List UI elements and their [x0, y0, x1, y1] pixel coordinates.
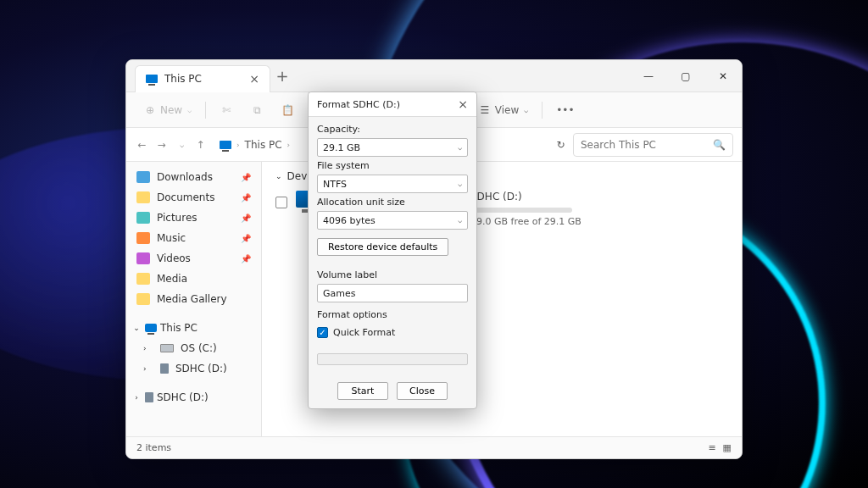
tab-close-button[interactable]: ×	[249, 72, 259, 86]
back-button[interactable]: ←	[135, 133, 149, 157]
quick-format-row[interactable]: ✓ Quick Format	[317, 327, 468, 338]
volume-label-input[interactable]: Games	[317, 284, 468, 302]
status-bar: 2 items ≡ ▦	[126, 436, 742, 458]
sidebar-item-videos[interactable]: Videos📌	[130, 248, 258, 269]
sidebar-item-os-c[interactable]: › OS (C:)	[130, 338, 258, 358]
refresh-button[interactable]: ↻	[554, 139, 568, 151]
sidebar-item-pictures[interactable]: Pictures📌	[130, 208, 258, 228]
paste-button[interactable]: 📋	[274, 100, 301, 120]
sidebar-item-downloads[interactable]: Downloads📌	[130, 167, 258, 187]
dialog-close-button[interactable]: ×	[458, 97, 468, 111]
pin-icon: 📌	[241, 254, 251, 263]
storage-bar	[470, 208, 572, 213]
icons-view-button[interactable]: ▦	[723, 442, 732, 453]
volume-label-label: Volume label	[317, 269, 468, 280]
pin-icon: 📌	[241, 214, 251, 223]
forward-button[interactable]: →	[154, 133, 169, 157]
window-close-button[interactable]: ✕	[704, 60, 742, 92]
sidebar-item-label: OS (C:)	[181, 342, 217, 354]
new-label: New	[160, 104, 182, 116]
sidebar-item-label: Media	[157, 273, 187, 285]
allocation-select[interactable]: 4096 bytes ⌵	[317, 211, 468, 230]
volume-label-value: Games	[323, 288, 355, 299]
paste-icon: 📋	[281, 103, 294, 117]
checkbox[interactable]	[275, 197, 287, 208]
cut-icon: ✄	[220, 103, 233, 117]
device-free-space: 29.0 GB free of 29.1 GB	[470, 216, 598, 227]
sidebar-item-media-gallery[interactable]: Media Gallery	[130, 289, 258, 309]
sidebar-item-label: This PC	[160, 322, 198, 334]
tab-title: This PC	[164, 73, 202, 85]
restore-defaults-button[interactable]: Restore device defaults	[317, 238, 448, 256]
close-button[interactable]: Close	[397, 382, 448, 400]
new-button[interactable]: ⊕ New ⌵	[136, 100, 198, 120]
drive-icon	[160, 344, 174, 352]
sidebar-item-media[interactable]: Media	[130, 269, 258, 289]
device-sdhc-d[interactable]: SDHC (D:) 29.0 GB free of 29.1 GB	[470, 191, 598, 227]
pc-icon	[220, 141, 231, 149]
capacity-select[interactable]: 29.1 GB ⌵	[317, 138, 468, 157]
progress-bar	[317, 353, 468, 365]
filesystem-value: NTFS	[323, 179, 347, 190]
chevron-right-icon: ›	[131, 393, 142, 402]
sidebar-item-sdhc-d[interactable]: › SDHC (D:)	[130, 358, 258, 379]
sidebar-item-label: SDHC (D:)	[157, 391, 209, 403]
separator	[542, 102, 542, 119]
dialog-title: Format SDHC (D:)	[317, 99, 400, 110]
sidebar-item-sdhc-root[interactable]: › SDHC (D:)	[130, 387, 258, 408]
details-view-button[interactable]: ≡	[708, 442, 715, 453]
start-button[interactable]: Start	[337, 382, 388, 400]
music-icon	[136, 232, 150, 244]
view-label: View	[495, 104, 519, 116]
sidebar-item-this-pc[interactable]: ⌄ This PC	[130, 318, 258, 338]
maximize-button[interactable]: ▢	[667, 60, 704, 92]
sidebar-item-label: SDHC (D:)	[175, 363, 227, 374]
pc-icon	[145, 324, 157, 332]
more-button[interactable]: •••	[549, 101, 581, 119]
copy-icon: ⧉	[250, 103, 264, 117]
cut-button[interactable]: ✄	[213, 100, 240, 120]
sidebar-item-music[interactable]: Music📌	[130, 228, 258, 248]
sidebar-item-label: Downloads	[157, 171, 213, 183]
recent-button[interactable]: ⌵	[174, 133, 188, 157]
tab-this-pc[interactable]: This PC ×	[135, 65, 270, 92]
chevron-right-icon: ›	[143, 344, 153, 352]
minimize-button[interactable]: —	[630, 60, 667, 92]
titlebar: This PC × + — ▢ ✕	[126, 60, 742, 92]
plus-icon: ⊕	[143, 103, 157, 117]
chevron-down-icon: ⌵	[458, 180, 462, 188]
chevron-down-icon: ⌵	[524, 106, 528, 114]
pin-icon: 📌	[241, 234, 251, 243]
chevron-down-icon: ⌄	[275, 172, 282, 180]
sidebar: Downloads📌 Documents📌 Pictures📌 Music📌 V…	[126, 162, 262, 436]
pin-icon: 📌	[241, 193, 251, 202]
filesystem-label: File system	[317, 160, 468, 171]
sd-icon	[160, 363, 169, 374]
sidebar-item-documents[interactable]: Documents📌	[130, 187, 258, 208]
up-button[interactable]: ↑	[193, 133, 208, 157]
copy-button[interactable]: ⧉	[243, 100, 270, 120]
separator	[205, 102, 206, 119]
pc-icon	[146, 75, 158, 83]
search-box[interactable]: 🔍	[573, 133, 733, 157]
device-name: SDHC (D:)	[470, 191, 598, 202]
allocation-label: Allocation unit size	[317, 197, 468, 208]
view-button[interactable]: ☰ View ⌵	[471, 100, 535, 120]
pin-icon: 📌	[241, 173, 251, 182]
breadcrumb-this-pc[interactable]: This PC	[245, 139, 282, 151]
quick-format-checkbox[interactable]: ✓	[317, 327, 328, 338]
dialog-titlebar: Format SDHC (D:) ×	[309, 92, 476, 117]
chevron-down-icon: ⌵	[180, 141, 184, 149]
window-controls: — ▢ ✕	[630, 60, 742, 92]
pictures-icon	[136, 212, 150, 224]
sidebar-item-label: Documents	[157, 191, 214, 203]
search-input[interactable]	[581, 139, 708, 151]
chevron-down-icon: ⌵	[187, 106, 192, 114]
filesystem-select[interactable]: NTFS ⌵	[317, 175, 468, 193]
sidebar-item-label: Pictures	[157, 212, 198, 224]
capacity-label: Capacity:	[317, 124, 468, 135]
folder-icon	[136, 273, 150, 285]
new-tab-button[interactable]: +	[270, 60, 294, 92]
chevron-right-icon: ›	[287, 141, 291, 149]
chevron-down-icon: ⌵	[458, 216, 462, 225]
